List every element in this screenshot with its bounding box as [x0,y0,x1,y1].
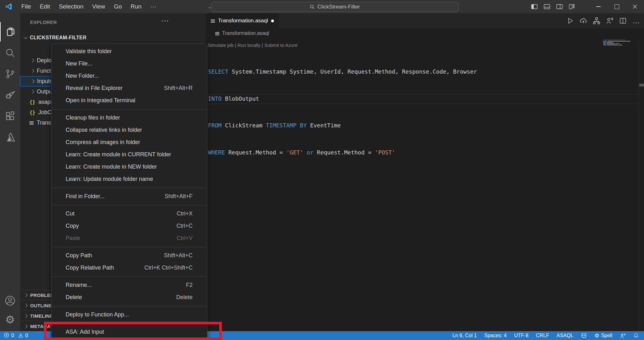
title-bar: File Edit Selection View Go Run ··· ← → … [0,0,644,13]
status-bar-right: Ln 6, Col 1 Spaces: 4 UTF-8 CRLF ASAQL ⚙… [452,332,639,339]
editor-actions: … [565,13,641,28]
menu-item-reveal-in-file-explorer[interactable]: Reveal in File ExplorerShift+Alt+R [52,82,207,94]
menu-item-learn-create-module-current[interactable]: Learn: Create module in CURRENT folder [52,148,207,161]
menu-item-delete[interactable]: DeleteDelete [52,291,207,304]
indentation[interactable]: Spaces: 4 [484,333,507,338]
spell-checker-status[interactable]: ⚙ Spell [594,332,612,339]
menu-item-validate-this-folder[interactable]: Validate this folder [52,45,207,58]
menu-item-open-in-integrated-terminal[interactable]: Open in Integrated Terminal [52,94,207,107]
toggle-panel-icon[interactable] [543,3,551,11]
scrollbar-thumb[interactable] [639,84,644,86]
menu-item-copy-path[interactable]: Copy PathShift+Alt+C [52,249,207,262]
menu-item-learn-update-module-folder-name[interactable]: Learn: Update module folder name [52,173,207,185]
menu-item-learn-create-module-new[interactable]: Learn: Create module in NEW folder [52,161,207,173]
menu-item-copy-relative-path[interactable]: Copy Relative PathCtrl+K Ctrl+Shift+C [52,262,207,274]
tree-root-folder[interactable]: CLICKSTREAM-FILTER [20,32,206,43]
chevron-right-icon [24,304,28,308]
feedback-icon[interactable] [620,333,626,339]
menu-item-new-file[interactable]: New File... [52,58,207,70]
menu-item-cleanup-files-in-folder[interactable]: Cleanup files in folder [52,112,207,124]
maximize-icon[interactable] [608,0,626,13]
menu-run[interactable]: Run [127,2,145,11]
codelens-run-locally[interactable]: Run locally [237,42,260,48]
menu-item-find-in-folder[interactable]: Find in Folder...Shift+Alt+F [52,190,207,203]
codelens-simulate-job[interactable]: Simulate job [208,42,234,48]
warning-count: 0 [25,333,28,338]
customize-layout-icon[interactable] [568,3,576,11]
spell-label: Spell [601,333,612,338]
command-center-search[interactable]: ClickStream-Filter [211,2,459,12]
error-count: 0 [11,333,14,338]
layout-controls [530,0,576,13]
toggle-secondary-sidebar-icon[interactable] [555,3,564,11]
run-icon[interactable] [565,16,575,25]
menu-item-rename[interactable]: Rename...F2 [52,279,207,291]
account-icon[interactable] [0,291,20,310]
menu-selection[interactable]: Selection [55,2,87,11]
close-icon[interactable] [626,0,644,13]
breadcrumb[interactable]: Transformation.asaql [206,28,644,38]
menu-separator [52,185,207,190]
extensions-icon[interactable] [0,106,20,126]
split-editor-icon[interactable] [618,16,628,25]
menu-item-deploy-to-function-app[interactable]: Deploy to Function App... [52,309,207,321]
menu-separator [52,244,207,249]
annotation-red-box [44,322,222,340]
menu-go[interactable]: Go [110,2,125,11]
chevron-right-icon [30,90,34,94]
code-line-1: SELECT System.Timestamp Systime, UserId,… [208,67,477,76]
activity-bar: ⚙ [0,13,20,331]
section-label: TIMELINE [30,313,53,319]
run-and-debug-icon[interactable] [0,85,20,105]
notifications-bell-icon[interactable] [633,333,639,338]
explorer-icon[interactable] [0,22,21,42]
menu-item-compress-all-images[interactable]: Compress all images in folder [52,136,207,148]
views-more-actions-icon[interactable]: … [161,14,170,24]
cursor-position[interactable]: Ln 6, Col 1 [452,333,477,338]
sidebar-title: EXPLORER [30,20,57,25]
toggle-primary-sidebar-icon[interactable] [530,3,538,11]
upload-to-cloud-icon[interactable] [579,16,588,25]
menu-item-copy[interactable]: CopyCtrl+C [52,220,207,232]
more-actions-icon[interactable]: … [631,16,641,25]
codelens-submit-to-azure[interactable]: Submit to Azure [264,42,297,48]
tree-item-label: Inputs [37,78,52,85]
vscode-logo-icon [4,3,13,11]
asaql-file-icon [30,121,34,125]
minimap[interactable] [603,40,633,47]
tab-transformation-asaql[interactable]: Transformation.asaql [206,13,279,28]
settings-gear-icon[interactable]: ⚙ [0,310,20,329]
source-control-icon[interactable] [0,64,20,84]
codelens-bar: Simulate job | Run locally | Submit to A… [208,42,297,48]
problems-summary[interactable]: 0 ⚠ 0 [4,332,28,339]
job-diagram-icon[interactable] [592,16,601,25]
menu-separator [52,304,207,309]
menu-more[interactable]: ··· [147,2,160,11]
live-share-icon[interactable] [605,16,614,25]
chevron-down-icon [24,35,28,39]
menu-item-new-folder[interactable]: New Folder... [52,70,207,82]
chevron-right-icon [30,69,34,73]
encoding[interactable]: UTF-8 [514,333,528,338]
minimize-icon[interactable] [589,0,608,13]
unsaved-changes-dot-icon[interactable] [271,20,274,22]
menu-edit[interactable]: Edit [36,2,54,11]
menu-file[interactable]: File [18,2,35,11]
code-editor[interactable]: SELECT System.Timestamp Systime, UserId,… [208,49,477,175]
overview-ruler[interactable] [639,13,639,331]
editor-tab-bar: Transformation.asaql … [206,13,644,28]
language-mode[interactable]: ASAQL [557,333,573,338]
json-file-icon: {} [30,99,35,105]
mask-icon[interactable] [581,333,587,339]
chevron-right-icon [30,59,34,63]
eol-sequence[interactable]: CRLF [536,333,549,338]
menu-view[interactable]: View [89,2,109,11]
root-folder-label: CLICKSTREAM-FILTER [30,35,86,41]
chevron-right-icon [24,324,28,328]
azure-icon[interactable] [0,127,20,147]
asaql-file-icon [215,32,219,35]
menu-item-cut[interactable]: CutCtrl+X [52,208,207,220]
spell-gear-icon: ⚙ [594,332,599,339]
menu-item-collapse-relative-links[interactable]: Collapse relative links in folder [52,124,207,136]
search-icon[interactable] [0,43,20,63]
